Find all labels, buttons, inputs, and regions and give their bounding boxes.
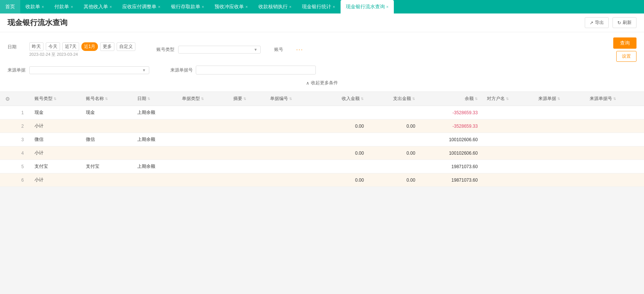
table-body: 1 现金 现金 上期余额 -3528659.33 2 小计 0.00 0.00 … <box>0 106 644 187</box>
gear-icon[interactable]: ⚙ <box>5 96 10 102</box>
table-cell-summary <box>229 160 265 173</box>
source-doc-no-label: 来源单据号 <box>170 67 193 73</box>
table-cell-balance: -3528659.33 <box>420 106 482 119</box>
table-cell-doc-no <box>266 133 317 146</box>
table-row: 5 支付宝 支付宝 上期余额 19871073.60 <box>0 160 644 173</box>
table-header-account-type[interactable]: 账号类型⇅ <box>30 92 81 106</box>
table-header-doc-no[interactable]: 单据编号⇅ <box>266 92 317 106</box>
table-cell-doc-no <box>266 119 317 133</box>
close-cash-bank-flow-icon[interactable]: × <box>386 4 389 9</box>
nav-bank-deposit[interactable]: 银行存取款单 × <box>166 0 209 13</box>
nav-advance-offset[interactable]: 预收冲应收单 × <box>209 0 253 13</box>
date-1month[interactable]: 近1月 <box>81 42 98 51</box>
table-header-expense[interactable]: 支出金额⇅ <box>368 92 420 106</box>
table-row: 6 小计 0.00 0.00 19871073.60 <box>0 173 644 187</box>
table-cell-source-doc-no <box>585 106 644 119</box>
refresh-icon: ↻ <box>617 20 621 25</box>
filter-row-2: 来源单据 ▼ 来源单据号 <box>8 66 636 75</box>
nav-cash-bank-flow[interactable]: 现金银行流水查询 × <box>341 0 394 13</box>
table-cell-gear <box>0 160 15 173</box>
sort-date-icon: ⇅ <box>147 97 150 101</box>
table-cell-counterparty <box>482 106 534 119</box>
nav-other-income[interactable]: 其他收入单 × <box>78 0 117 13</box>
table-cell-gear <box>0 173 15 187</box>
table-cell-doc-no <box>266 146 317 160</box>
date-custom[interactable]: 自定义 <box>117 42 135 51</box>
refresh-button[interactable]: ↻ 刷新 <box>612 17 636 28</box>
close-receipt-verify-icon[interactable]: × <box>289 4 291 9</box>
filter-area: 日期 昨天 今天 近7天 近1月 更多 自定义 2023-02-24 至 202… <box>0 32 644 92</box>
table-cell-summary <box>229 173 265 187</box>
table-header-income[interactable]: 收入金额⇅ <box>317 92 368 106</box>
table-cell-date: 上期余额 <box>133 106 177 119</box>
sort-counterparty-icon: ⇅ <box>506 97 509 101</box>
table-cell-account-type: 支付宝 <box>30 160 81 173</box>
close-ar-ap-adjust-icon[interactable]: × <box>158 4 160 9</box>
nav-receipts[interactable]: 收款单 × <box>20 0 49 13</box>
table-cell-date: 上期余额 <box>133 133 177 146</box>
table-cell-balance: 19871073.60 <box>420 160 482 173</box>
table-cell-counterparty <box>482 173 534 187</box>
account-type-select[interactable]: ▼ <box>178 46 261 54</box>
source-doc-label: 来源单据 <box>8 67 26 73</box>
table-wrapper: ⚙ 账号类型⇅ 账号名称⇅ 日期⇅ 单据类型⇅ 摘要⇅ <box>0 92 644 187</box>
table-header-row-num <box>15 92 30 106</box>
close-receipts-icon[interactable]: × <box>42 4 44 9</box>
nav-cash-bank-stats[interactable]: 现金银行统计 × <box>297 0 340 13</box>
table-cell-expense: 0.00 <box>368 173 420 187</box>
table-header-balance[interactable]: 余额⇅ <box>420 92 482 106</box>
table-cell-source-doc <box>534 173 585 187</box>
table-cell-account-type: 小计 <box>30 173 81 187</box>
date-shortcuts: 昨天 今天 近7天 近1月 更多 自定义 <box>29 42 135 51</box>
close-bank-deposit-icon[interactable]: × <box>202 4 204 9</box>
account-label: 账号 <box>274 46 293 53</box>
sort-source-doc-no-icon: ⇅ <box>613 97 616 101</box>
close-payments-icon[interactable]: × <box>71 4 73 9</box>
nav-payments[interactable]: 付款单 × <box>49 0 78 13</box>
table-cell-account-name <box>81 119 133 133</box>
table-cell-counterparty <box>482 160 534 173</box>
table-cell-source-doc <box>534 133 585 146</box>
table-cell-gear <box>0 106 15 119</box>
table-row: 1 现金 现金 上期余额 -3528659.33 <box>0 106 644 119</box>
close-cash-bank-stats-icon[interactable]: × <box>333 4 335 9</box>
source-doc-select[interactable]: ▼ <box>29 66 149 74</box>
close-advance-offset-icon[interactable]: × <box>245 4 248 9</box>
table-header-source-doc-no[interactable]: 来源单据号⇅ <box>585 92 644 106</box>
table-cell-doc-type <box>177 173 229 187</box>
sort-income-icon: ⇅ <box>361 97 364 101</box>
table-cell-income: 0.00 <box>317 173 368 187</box>
date-today[interactable]: 今天 <box>46 42 60 51</box>
sort-account-type-icon: ⇅ <box>54 97 57 101</box>
table-cell-date: 上期余额 <box>133 160 177 173</box>
collapse-bar[interactable]: ∧ 收起更多条件 <box>8 78 636 88</box>
table-cell-expense <box>368 106 420 119</box>
table-header-counterparty[interactable]: 对方户名⇅ <box>482 92 534 106</box>
table-cell-source-doc-no <box>585 146 644 160</box>
nav-home[interactable]: 首页 <box>0 0 20 13</box>
table-cell-source-doc-no <box>585 173 644 187</box>
close-other-income-icon[interactable]: × <box>110 4 112 9</box>
nav-ar-ap-adjust[interactable]: 应收应付调整单 × <box>117 0 165 13</box>
date-more[interactable]: 更多 <box>100 42 114 51</box>
export-button[interactable]: ↗ 导出 <box>585 17 609 28</box>
nav-receipt-verify[interactable]: 收款核销执行 × <box>253 0 297 13</box>
date-7days[interactable]: 近7天 <box>62 42 79 51</box>
table-header-account-name[interactable]: 账号名称⇅ <box>81 92 133 106</box>
table-header-summary[interactable]: 摘要⇅ <box>229 92 265 106</box>
table-header-date[interactable]: 日期⇅ <box>133 92 177 106</box>
table-cell-gear <box>0 146 15 160</box>
table-header-source-doc[interactable]: 来源单据⇅ <box>534 92 585 106</box>
table-cell-source-doc-no <box>585 160 644 173</box>
date-range: 2023-02-24 至 2023-03-24 <box>29 52 135 57</box>
table-cell-account-name: 微信 <box>81 133 133 146</box>
source-doc-no-input[interactable] <box>196 66 316 75</box>
account-dots-button[interactable]: ··· <box>296 46 303 53</box>
table-cell-source-doc <box>534 119 585 133</box>
date-yesterday[interactable]: 昨天 <box>29 42 44 51</box>
settings-button[interactable]: 设置 <box>616 51 636 62</box>
table-header-doc-type[interactable]: 单据类型⇅ <box>177 92 229 106</box>
date-label: 日期 <box>8 42 26 50</box>
query-button[interactable]: 查询 <box>613 37 636 49</box>
table-cell-summary <box>229 146 265 160</box>
